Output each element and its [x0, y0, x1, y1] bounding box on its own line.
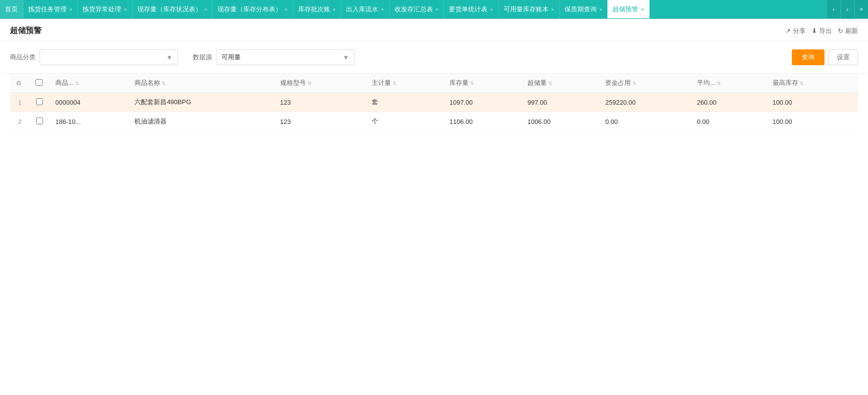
sort-product-code-icon: ⇅	[75, 80, 79, 86]
row-checkbox-cell	[30, 112, 49, 131]
close-tab-9[interactable]: ×	[551, 6, 554, 12]
sort-max-stock-icon: ⇅	[800, 80, 804, 86]
col-capital[interactable]: 资金占用⇅	[599, 74, 691, 93]
close-tab-2[interactable]: ×	[124, 6, 127, 12]
nav-arrow-left[interactable]: ‹	[826, 0, 840, 19]
nav-task-management[interactable]: 拣货任务管理 ×	[23, 0, 78, 19]
data-source-label: 数据源	[193, 53, 212, 62]
nav-available-stock[interactable]: 可用量库存账本 ×	[499, 0, 560, 19]
settings-button[interactable]: 设置	[828, 49, 858, 65]
sort-avg-icon: ⇅	[717, 80, 721, 86]
col-product-code[interactable]: 商品...⇅	[49, 74, 129, 93]
page-container: 超储预警 ↗ 分享 ⬇ 导出 ↻ 刷新 商品分类 ▼ 数据源	[0, 19, 868, 395]
nav-current-stock-dist[interactable]: 现存量（库存分布表） ×	[213, 0, 293, 19]
product-category-arrow: ▼	[166, 54, 173, 61]
nav-overstock-warning[interactable]: 超储预警 ×	[608, 0, 649, 19]
col-gear: ⚙	[10, 74, 30, 93]
sort-stock-icon: ⇅	[470, 80, 474, 86]
top-navigation: 首页 拣货任务管理 × 拣货异常处理 × 现存量（库存状况表） × 现存量（库存…	[0, 0, 868, 19]
data-source-select[interactable]: 可用量 ▼	[216, 49, 354, 65]
close-tab-10[interactable]: ×	[599, 6, 602, 12]
row-stock: 1106.00	[443, 112, 521, 131]
page-header: 超储预警 ↗ 分享 ⬇ 导出 ↻ 刷新	[0, 19, 868, 41]
row-product-name: 六配套新昌490BPG	[129, 93, 274, 112]
row-checkbox-cell	[30, 93, 49, 112]
nav-receipt-summary[interactable]: 收发存汇总表 ×	[390, 0, 444, 19]
refresh-button[interactable]: ↻ 刷新	[838, 27, 858, 36]
nav-home[interactable]: 首页	[0, 0, 23, 19]
nav-order-stats[interactable]: 要货单统计表 ×	[444, 0, 498, 19]
nav-current-stock-status[interactable]: 现存量（库存状况表） ×	[132, 0, 213, 19]
data-source-value: 可用量	[221, 53, 241, 62]
row-max-stock: 100.00	[767, 93, 858, 112]
filter-actions: 查询 设置	[792, 49, 858, 65]
product-category-select[interactable]: ▼	[40, 49, 178, 65]
nav-arrow-right[interactable]: ›	[840, 0, 854, 19]
page-actions: ↗ 分享 ⬇ 导出 ↻ 刷新	[785, 27, 858, 36]
col-avg[interactable]: 平均...⇅	[691, 74, 767, 93]
col-unit[interactable]: 主计量⇅	[366, 74, 444, 93]
sort-capital-icon: ⇅	[632, 80, 636, 86]
row-capital: 0.00	[599, 112, 691, 131]
row-product-name: 机油滤清器	[129, 112, 274, 131]
export-icon: ⬇	[812, 27, 817, 35]
row-checkbox-0[interactable]	[36, 98, 43, 105]
sort-product-name-icon: ⇅	[162, 80, 166, 86]
row-unit: 个	[366, 112, 444, 131]
product-category-filter: 商品分类 ▼	[10, 49, 178, 65]
row-avg: 260.00	[691, 93, 767, 112]
sort-spec-icon: ⇅	[307, 80, 311, 86]
col-checkbox	[30, 74, 49, 93]
nav-expiry-query[interactable]: 保质期查询 ×	[560, 0, 608, 19]
nav-in-out-flow[interactable]: 出入库流水 ×	[341, 0, 389, 19]
export-button[interactable]: ⬇ 导出	[812, 27, 832, 36]
close-tab-5[interactable]: ×	[333, 6, 336, 12]
row-product-code: 0000004	[49, 93, 129, 112]
query-button[interactable]: 查询	[792, 49, 825, 65]
row-overstock: 1006.00	[521, 112, 600, 131]
col-overstock[interactable]: 超储量⇅	[521, 74, 600, 93]
row-capital: 259220.00	[599, 93, 691, 112]
close-tab-6[interactable]: ×	[381, 6, 384, 12]
col-product-name[interactable]: 商品名称⇅	[129, 74, 274, 93]
row-stock: 1097.00	[443, 93, 521, 112]
row-max-stock: 100.00	[767, 112, 858, 131]
row-overstock: 997.00	[521, 93, 600, 112]
sort-unit-icon: ⇅	[392, 80, 396, 86]
close-tab-7[interactable]: ×	[435, 6, 438, 12]
settings-icon[interactable]: ⚙	[16, 79, 22, 87]
nav-arrow-close[interactable]: ×	[854, 0, 868, 19]
row-number: 1	[10, 93, 30, 112]
table-body: 1 0000004 六配套新昌490BPG 123 套 1097.00 997.…	[10, 93, 858, 131]
close-tab-4[interactable]: ×	[284, 6, 287, 12]
row-spec: 123	[274, 93, 366, 112]
share-button[interactable]: ↗ 分享	[785, 27, 806, 36]
close-tab-8[interactable]: ×	[490, 6, 493, 12]
table-row: 2 186-10... 机油滤清器 123 个 1106.00 1006.00 …	[10, 112, 858, 131]
table-container: ⚙ 商品...⇅ 商品名称⇅ 规格型号⇅ 主计量⇅	[0, 74, 868, 131]
row-number: 2	[10, 112, 30, 131]
close-tab-3[interactable]: ×	[204, 6, 207, 12]
table-header: ⚙ 商品...⇅ 商品名称⇅ 规格型号⇅ 主计量⇅	[10, 74, 858, 93]
share-icon: ↗	[785, 27, 791, 35]
table-row: 1 0000004 六配套新昌490BPG 123 套 1097.00 997.…	[10, 93, 858, 112]
nav-arrows: ‹ › ×	[826, 0, 868, 19]
close-tab-11[interactable]: ×	[641, 6, 644, 12]
refresh-icon: ↻	[838, 27, 843, 35]
nav-batch-account[interactable]: 库存批次账 ×	[293, 0, 341, 19]
select-all-checkbox[interactable]	[36, 79, 43, 86]
row-avg: 0.00	[691, 112, 767, 131]
row-checkbox-1[interactable]	[36, 118, 43, 124]
row-spec: 123	[274, 112, 366, 131]
data-table: ⚙ 商品...⇅ 商品名称⇅ 规格型号⇅ 主计量⇅	[10, 74, 858, 131]
sort-overstock-icon: ⇅	[548, 80, 552, 86]
product-category-label: 商品分类	[10, 53, 36, 62]
close-tab-1[interactable]: ×	[69, 6, 72, 12]
col-stock[interactable]: 库存量⇅	[443, 74, 521, 93]
page-title: 超储预警	[10, 26, 42, 36]
col-spec[interactable]: 规格型号⇅	[274, 74, 366, 93]
nav-exception-handling[interactable]: 拣货异常处理 ×	[78, 0, 132, 19]
data-source-arrow: ▼	[343, 54, 349, 61]
filter-area: 商品分类 ▼ 数据源 可用量 ▼ 查询 设置	[0, 41, 868, 74]
col-max-stock[interactable]: 最高库存⇅	[767, 74, 858, 93]
